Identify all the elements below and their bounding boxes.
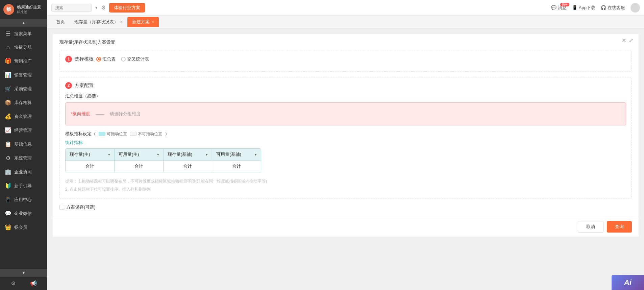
tab-inventory[interactable]: 现存量（库存状况表） × — [70, 17, 127, 27]
radio-summary-label: 汇总表 — [102, 56, 116, 62]
sidebar-item-quicknav-label: 快捷导航 — [14, 44, 32, 50]
indicators-label: 模板指标设定（ 可拖动位置 不可拖动位置 ） — [65, 131, 626, 137]
tab-new-plan-close[interactable]: × — [152, 20, 154, 24]
query-button[interactable]: 查询 — [607, 221, 632, 233]
section2-num: 2 — [65, 82, 72, 89]
tip-line2: 2. 点击标题栏下拉可设置排序、插入列和删除列 — [65, 186, 626, 193]
sidebar-item-basic-label: 基础信息 — [14, 141, 32, 147]
settings-icon[interactable]: ⚙ — [11, 280, 16, 287]
sidebar-item-inventory-label: 库存核算 — [14, 100, 32, 106]
topbar-msg[interactable]: 💬 消息 99+ — [551, 5, 567, 11]
sidebar-scroll-down[interactable]: ▼ — [0, 269, 47, 276]
tab-inventory-label: 现存量（库存状况表） — [74, 19, 118, 25]
legend-drag: 可拖动位置 — [99, 131, 127, 137]
sidebar-item-enterprise[interactable]: 🏢 企业协同 — [0, 165, 47, 179]
dimension-dash: —— — [96, 112, 104, 117]
panel-controls: ✕ ⤢ — [622, 37, 633, 44]
stats-col-3-header[interactable]: 可用量(基辅) ▾ — [212, 149, 261, 161]
topbar-gear-icon[interactable]: ⚙ — [101, 4, 106, 11]
tab-new-plan-label: 新建方案 — [132, 19, 150, 25]
stats-body-col-3-val: 合计 — [212, 161, 261, 172]
stats-body-col-3: 合计 — [212, 161, 261, 172]
stats-col-1-header[interactable]: 可用量(主) ▾ — [115, 149, 163, 161]
sidebar-item-purchase[interactable]: 🛒 采购管理 — [0, 82, 47, 96]
tab-home[interactable]: 首页 — [51, 17, 70, 27]
stats-table-header: 现存量(主) ▾ 可用量(主) ▾ 现存量(基辅 — [66, 149, 261, 161]
section1-title: 选择模板 — [75, 56, 94, 62]
topbar-app-download[interactable]: 📱 App下载 — [572, 5, 595, 11]
legend-drag-label: 可拖动位置 — [107, 131, 127, 137]
stats-body-col-2-val: 合计 — [164, 161, 212, 172]
tab-inventory-close[interactable]: × — [120, 20, 123, 24]
radio-crosstab[interactable]: 交叉统计表 — [121, 56, 149, 62]
enterprise-icon: 🏢 — [5, 169, 11, 175]
sidebar-item-appcenter[interactable]: 📱 应用中心 — [0, 193, 47, 207]
topbar: ▾ ⚙ 体验行业方案 💬 消息 99+ 📱 App下载 🎧 在线客服 — [47, 0, 644, 16]
sidebar-item-inventory[interactable]: 📦 库存核算 — [0, 96, 47, 110]
topbar-dropdown-icon[interactable]: ▾ — [95, 5, 98, 10]
close-panel-icon[interactable]: ✕ — [622, 37, 626, 44]
finance-icon: 💰 — [5, 113, 11, 120]
sidebar-item-operation[interactable]: 📈 经营管理 — [0, 123, 47, 137]
expand-panel-icon[interactable]: ⤢ — [629, 37, 633, 44]
tab-new-plan[interactable]: 新建方案 × — [127, 17, 159, 27]
sidebar-item-search[interactable]: ☰ 搜索菜单 — [0, 27, 47, 41]
stats-col-2: 现存量(基辅) ▾ — [164, 149, 213, 161]
stats-col-2-dropdown[interactable]: ▾ — [206, 152, 208, 157]
radio-crosstab-dot — [121, 57, 126, 62]
sidebar-item-quicknav[interactable]: ⌂ 快捷导航 — [0, 41, 47, 54]
save-checkbox[interactable] — [59, 205, 64, 210]
save-option: 方案保存(可选) — [59, 204, 632, 210]
sidebar: 畅 畅康通好生意 标准版 ▲ ☰ 搜索菜单 ⌂ 快捷导航 🎁 营销推广 📊 销售… — [0, 0, 47, 290]
sidebar-item-marketing[interactable]: 🎁 营销推广 — [0, 54, 47, 68]
sidebar-nav: ☰ 搜索菜单 ⌂ 快捷导航 🎁 营销推广 📊 销售管理 🛒 采购管理 📦 库存核… — [0, 27, 47, 269]
sidebar-scroll-up[interactable]: ▲ — [0, 19, 47, 27]
msg-badge: 99+ — [560, 3, 569, 6]
section1-header: 1 选择模板 汇总表 交叉统计表 — [65, 56, 626, 63]
speaker-icon[interactable]: 📢 — [30, 280, 37, 287]
sidebar-item-wechat[interactable]: 💬 企业微信 — [0, 207, 47, 220]
radio-summary[interactable]: 汇总表 — [96, 56, 116, 62]
stats-col-0-dropdown[interactable]: ▾ — [108, 152, 110, 157]
operation-icon: 📈 — [5, 127, 11, 134]
sidebar-bottom: ⚙ 📢 — [0, 276, 47, 290]
sidebar-item-sales[interactable]: 📊 销售管理 — [0, 68, 47, 82]
sidebar-item-finance[interactable]: 💰 资金管理 — [0, 110, 47, 123]
sidebar-item-appcenter-label: 应用中心 — [14, 197, 32, 203]
stats-body-col-1: 合计 — [115, 161, 164, 172]
search-menu-icon: ☰ — [5, 30, 11, 37]
stats-col-3: 可用量(基辅) ▾ — [212, 149, 261, 161]
sidebar-item-system[interactable]: ⚙ 系统管理 — [0, 151, 47, 165]
system-icon: ⚙ — [5, 155, 11, 161]
stats-body-col-0-val: 合计 — [66, 161, 114, 172]
radio-crosstab-label: 交叉统计表 — [127, 56, 149, 62]
stats-body-col-2: 合计 — [164, 161, 213, 172]
user-avatar[interactable] — [630, 3, 640, 13]
home-icon: ⌂ — [5, 44, 11, 50]
sidebar-item-guide[interactable]: 🔰 新手引导 — [0, 179, 47, 193]
stats-col-2-header[interactable]: 现存量(基辅) ▾ — [164, 149, 212, 161]
stats-col-1-label: 可用量(主) — [119, 151, 139, 158]
sidebar-item-system-label: 系统管理 — [14, 155, 32, 161]
aggregate-label: 汇总维度（必选） — [65, 93, 626, 99]
stats-col-0-header[interactable]: 现存量(主) ▾ — [66, 149, 114, 161]
ai-badge[interactable]: Ai — [612, 275, 644, 290]
trial-btn[interactable]: 体验行业方案 — [109, 3, 145, 13]
legend-nodrag: 不可拖动位置 — [130, 131, 162, 137]
sidebar-item-guide-label: 新手引导 — [14, 183, 32, 189]
legend-nodrag-label: 不可拖动位置 — [138, 131, 162, 137]
msg-icon: 💬 — [551, 5, 556, 10]
sidebar-item-member[interactable]: 👑 畅会员 — [0, 220, 47, 234]
cancel-button[interactable]: 取消 — [578, 221, 603, 233]
search-input[interactable] — [51, 4, 92, 12]
template-radio-group: 汇总表 交叉统计表 — [96, 56, 149, 62]
topbar-online-service[interactable]: 🎧 在线客服 — [601, 5, 625, 11]
indicators-close-paren: ） — [165, 131, 169, 137]
stats-col-0: 现存量(主) ▾ — [66, 149, 115, 161]
sidebar-logo: 畅 畅康通好生意 标准版 — [0, 0, 47, 19]
stats-col-3-dropdown[interactable]: ▾ — [255, 152, 257, 157]
stats-col-1-dropdown[interactable]: ▾ — [157, 152, 159, 157]
logo-text: 畅康通好生意 标准版 — [17, 4, 41, 15]
sidebar-item-basic[interactable]: 📋 基础信息 — [0, 137, 47, 151]
stats-table: 现存量(主) ▾ 可用量(主) ▾ 现存量(基辅 — [65, 148, 261, 172]
